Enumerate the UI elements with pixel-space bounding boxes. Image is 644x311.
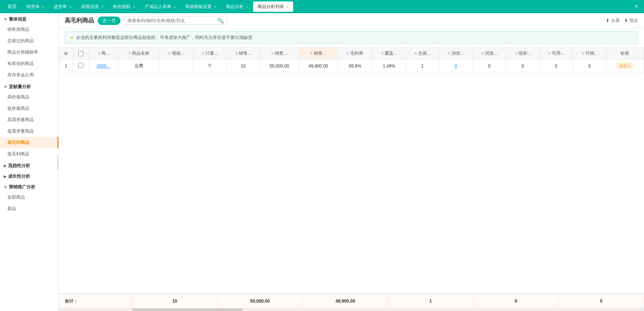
nav-tab-sales-close[interactable]: × — [42, 4, 44, 9]
nav-tab-role-close[interactable]: × — [133, 4, 135, 9]
cell-name: 运费 — [118, 60, 159, 72]
sidebar-item-high-freq[interactable]: 高需求量商品 — [0, 114, 58, 126]
nav-tab-sales-label: 销货单 — [26, 4, 40, 10]
col-sort-icon-7: ⇅ — [310, 52, 313, 55]
nav-tab-analysis-list-close[interactable]: × — [286, 4, 288, 9]
sidebar-item-new-goods[interactable]: 新品 — [0, 203, 58, 214]
col-header-unit[interactable]: ⇅ 计量... — [193, 47, 226, 60]
sidebar-group-marketing-label: 营销推广分析 — [9, 184, 35, 190]
nav-tab-template[interactable]: 单据模板设置 × — [181, 1, 220, 12]
nav-tab-analysis-list[interactable]: 商品分析列表 × — [253, 1, 293, 12]
col-header-spec[interactable]: ⇅ 规格... — [159, 47, 193, 60]
sidebar-group-growth[interactable]: ▶ 成长性分析 — [0, 170, 58, 181]
col-header-trans[interactable]: ⇅ 交易... — [406, 47, 439, 60]
sidebar-item-sales-goods[interactable]: 销售类商品 — [0, 24, 58, 35]
col-header-check — [73, 47, 89, 60]
export-button[interactable]: ⬇ 导出 — [624, 18, 638, 24]
footer-label: 合计： — [59, 294, 132, 308]
sidebar-item-traded-goods[interactable]: 交易过的商品 — [0, 35, 58, 47]
sidebar-item-low-margin[interactable]: 低毛利商品 — [0, 148, 58, 160]
sidebar-item-low-value[interactable]: 低价值商品 — [0, 103, 58, 114]
nav-tab-purchase-close[interactable]: × — [69, 4, 71, 9]
sidebar-item-analysis-assist[interactable]: 商品分类辅助率 — [0, 47, 58, 58]
data-table: ⚙ ⇅ 商... — [59, 47, 644, 72]
footer-total-row: 合计： 10 50,000.00 49,900.00 1 0 0 — [59, 293, 644, 308]
col-sort-icon-10: ⇅ — [414, 52, 417, 55]
nav-tab-sales[interactable]: 销货单 × — [22, 1, 48, 12]
sidebar-group-wealth[interactable]: ▼ 贡献量分析 — [0, 81, 58, 91]
col-sort-icon-8: ⇅ — [346, 52, 349, 55]
col-header-available[interactable]: ⇅ 可用... — [539, 47, 573, 60]
nav-close-all-button[interactable]: × — [632, 3, 641, 10]
select-all-checkbox[interactable] — [78, 51, 83, 56]
settings-icon[interactable]: ⚙ — [64, 51, 68, 56]
sidebar-item-inventory-occupy[interactable]: 库存资金占用 — [0, 69, 58, 81]
sidebar-item-high-value[interactable]: 高价值商品 — [0, 91, 58, 103]
star-icon: ✦ — [70, 35, 74, 40]
search-input[interactable] — [127, 18, 216, 23]
col-header-current[interactable]: ⇅ 现有... — [506, 47, 539, 60]
cell-current: 0 — [506, 60, 539, 72]
col-sort-icon-11: ⇅ — [448, 52, 451, 55]
cell-unit: 个 — [193, 60, 226, 72]
sidebar-item-low-freq[interactable]: 低需求量商品 — [0, 126, 58, 137]
time-filter-month[interactable]: 近一月 — [98, 17, 120, 25]
cell-check[interactable] — [73, 60, 89, 72]
col-header-view1[interactable]: ⇅ 浏览... — [439, 47, 472, 60]
col-sort-icon-2: ⇅ — [128, 52, 131, 55]
nav-tab-purchase[interactable]: 进货单 × — [49, 1, 76, 12]
sidebar-group-overall[interactable]: ▼ 整体信息 — [0, 13, 58, 24]
nav-tab-home[interactable]: 首页 — [3, 3, 21, 10]
col-header-sales-qty[interactable]: ⇅ 销售... — [226, 47, 260, 60]
sidebar-item-all-goods[interactable]: 全部商品 — [0, 192, 58, 203]
cell-trans: 1 — [406, 60, 439, 72]
cell-view1[interactable]: 0 — [439, 60, 472, 72]
tag-badge: 高收入 — [616, 63, 634, 69]
code-link[interactable]: 0000... — [97, 64, 110, 69]
nav-tab-permission[interactable]: 权限设置 × — [77, 1, 108, 12]
export-icon: ⬇ — [624, 18, 628, 23]
cell-sellable: 0 — [573, 60, 606, 72]
col-sort-icon-3: ⇅ — [168, 52, 171, 55]
sidebar-item-high-margin[interactable]: 高毛利商品 — [0, 137, 58, 148]
nav-tab-analysis[interactable]: 商品分析 × — [222, 1, 252, 12]
table-row: 1 0000... 运费 个 10 50,000.00 49,900.00 99… — [59, 60, 644, 72]
col-header-view2[interactable]: ⇅ 浏览... — [472, 47, 506, 60]
col-header-sales-amt[interactable]: ⇅ 销售... — [260, 47, 299, 60]
content-area: 高毛利商品 近一月 🔍 ⬆ 分享 ⬇ 导出 ✦ 企业的主要的利润都是这部分商品创… — [59, 13, 644, 311]
sidebar-group-marketing[interactable]: ▼ 营销推广分析 — [0, 181, 58, 192]
cell-code[interactable]: 0000... — [89, 60, 118, 72]
nav-tab-role-label: 角色授权 — [113, 4, 130, 10]
col-header-sales-profit[interactable]: ⇅ 销售... — [299, 47, 338, 60]
cell-view2: 0 — [472, 60, 506, 72]
sidebar-item-inventory-goods[interactable]: 有库存的商品 — [0, 58, 58, 69]
col-header-code[interactable]: ⇅ 商... — [89, 47, 118, 60]
nav-tab-purchase-label: 进货单 — [54, 4, 67, 10]
nav-tab-permission-close[interactable]: × — [101, 4, 103, 9]
search-icon[interactable]: 🔍 — [217, 18, 224, 23]
row-checkbox[interactable] — [78, 63, 83, 68]
cell-index: 1 — [59, 60, 73, 72]
footer-cell-current: 0 — [474, 294, 559, 308]
col-header-margin-rate[interactable]: ⇅ 毛利率 — [338, 47, 372, 60]
sidebar-collapse-button[interactable]: « — [57, 155, 59, 170]
nav-tab-template-close[interactable]: × — [214, 4, 216, 9]
collapse-icon: « — [58, 160, 59, 165]
col-header-tag: 标签 — [606, 47, 644, 60]
nav-tab-role[interactable]: 角色授权 × — [108, 1, 139, 12]
view1-link[interactable]: 0 — [454, 64, 457, 69]
col-header-index: ⚙ — [59, 47, 73, 60]
scrollbar-thumb[interactable] — [132, 308, 242, 311]
sidebar-group-trend[interactable]: ▶ 流趋性分析 — [0, 160, 58, 170]
nav-tab-permission-label: 权限设置 — [81, 4, 99, 10]
nav-tab-product-in[interactable]: 产成品入库单 × — [140, 1, 180, 12]
nav-tab-analysis-close[interactable]: × — [246, 4, 248, 9]
sidebar: « ▼ 整体信息 销售类商品 交易过的商品 商品分类辅助率 有库存的商品 库存资… — [0, 13, 59, 311]
col-header-name[interactable]: ⇅ 商品名称 — [118, 47, 159, 60]
nav-tab-product-in-close[interactable]: × — [173, 4, 176, 9]
col-header-sellable[interactable]: ⇅ 可销... — [573, 47, 606, 60]
col-header-cover[interactable]: ⇅ 覆盖... — [372, 47, 406, 60]
horizontal-scrollbar[interactable] — [59, 308, 644, 311]
share-button[interactable]: ⬆ 分享 — [606, 18, 620, 24]
info-banner-text: 企业的主要的利润都是这部分商品创造的，可考虑加大推广，同时关注库存是不要出现缺货 — [76, 35, 252, 41]
